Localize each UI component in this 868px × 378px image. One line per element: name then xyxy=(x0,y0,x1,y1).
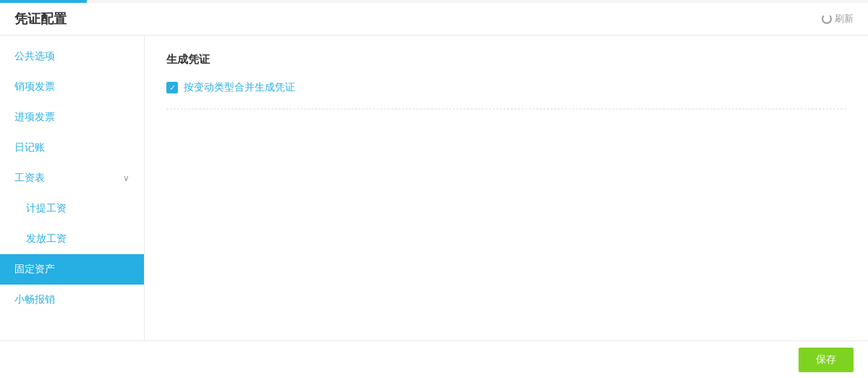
main-content: 生成凭证 按变动类型合并生成凭证 xyxy=(145,35,868,340)
section-divider xyxy=(166,109,846,109)
checkbox-row[interactable]: 按变动类型合并生成凭证 xyxy=(166,81,846,94)
merge-by-type-checkbox[interactable] xyxy=(166,82,178,93)
refresh-label: 刷新 xyxy=(835,12,854,25)
sidebar-item-pay-payroll[interactable]: 发放工资 xyxy=(0,224,144,254)
sidebar-item-public[interactable]: 公共选项 xyxy=(0,41,144,72)
page-title: 凭证配置 xyxy=(14,10,67,28)
chevron-down-icon: ∨ xyxy=(123,173,129,183)
sidebar-item-payroll-table[interactable]: 工资表∨ xyxy=(0,163,144,193)
footer: 保存 xyxy=(0,340,868,378)
refresh-icon xyxy=(822,14,832,24)
sidebar-item-purchase-invoice[interactable]: 进项发票 xyxy=(0,102,144,133)
save-button[interactable]: 保存 xyxy=(799,348,854,372)
page-wrapper: 凭证配置 刷新 公共选项销项发票进项发票日记账工资表∨计提工资发放工资固定资产小… xyxy=(0,0,868,378)
checkbox-label: 按变动类型合并生成凭证 xyxy=(184,81,295,94)
refresh-button[interactable]: 刷新 xyxy=(822,12,854,25)
sidebar-item-fixed-assets[interactable]: 固定资产 xyxy=(0,254,144,285)
sidebar-item-journal[interactable]: 日记账 xyxy=(0,133,144,163)
sidebar-item-expense-report[interactable]: 小畅报销 xyxy=(0,285,144,315)
sidebar-item-calculate-payroll[interactable]: 计提工资 xyxy=(0,193,144,224)
sidebar-item-sales-invoice[interactable]: 销项发票 xyxy=(0,72,144,102)
section-title: 生成凭证 xyxy=(166,53,846,67)
sidebar: 公共选项销项发票进项发票日记账工资表∨计提工资发放工资固定资产小畅报销 xyxy=(0,35,145,340)
body: 公共选项销项发票进项发票日记账工资表∨计提工资发放工资固定资产小畅报销 生成凭证… xyxy=(0,35,868,340)
header: 凭证配置 刷新 xyxy=(0,3,868,35)
